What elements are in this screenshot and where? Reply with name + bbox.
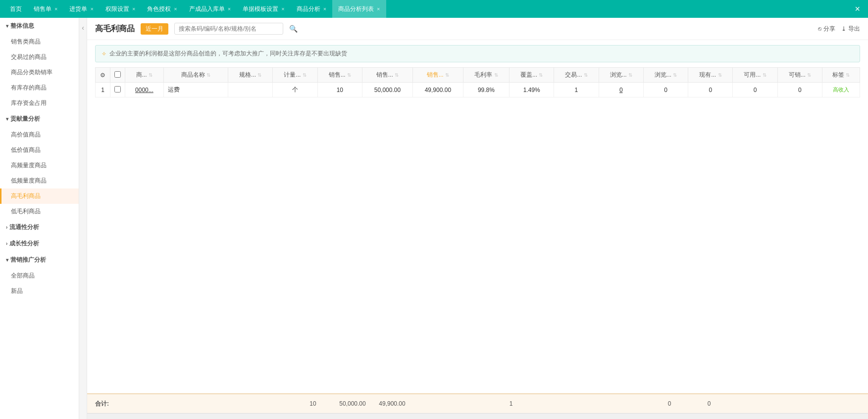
horizontal-scrollbar[interactable]: [87, 413, 868, 419]
cell-sales-qty: 10: [317, 83, 362, 97]
close-icon[interactable]: ×: [90, 6, 93, 12]
col-browse2[interactable]: 浏览... ⇅: [643, 68, 688, 83]
sidebar: ▾ 整体信息 销售类商品 交易过的商品 商品分类助销率 有库存的商品 库存资金占…: [0, 18, 79, 419]
col-trade[interactable]: 交易... ⇅: [554, 68, 599, 83]
col-browse1[interactable]: 浏览... ⇅: [599, 68, 643, 83]
nav-tab-home[interactable]: 首页: [4, 0, 28, 18]
cell-checkbox[interactable]: [110, 83, 125, 97]
sidebar-item-low-value[interactable]: 低价值商品: [0, 142, 79, 158]
col-spec[interactable]: 规格... ⇅: [228, 68, 273, 83]
cell-browse1[interactable]: 0: [599, 83, 643, 97]
footer-cell-empty5: [412, 400, 452, 407]
col-sales-qty[interactable]: 销售... ⇅: [317, 68, 362, 83]
content-area: 高毛利商品 近一月 🔍 ⎋ 分享 ⤓ 导出 ✧ 企业的主要的利润都是这部分商品创…: [87, 18, 868, 419]
col-checkbox[interactable]: [110, 68, 125, 83]
nav-tab-analysis-list[interactable]: 商品分析列表 ×: [332, 0, 386, 18]
close-icon[interactable]: ×: [54, 6, 57, 12]
nav-tab-sales[interactable]: 销售单 ×: [28, 0, 63, 18]
filter-period-button[interactable]: 近一月: [141, 23, 168, 35]
sidebar-group-contribution[interactable]: ▾ 贡献量分析: [0, 111, 79, 127]
sidebar-item-low-margin[interactable]: 低毛利商品: [0, 204, 79, 219]
cell-tag: 高收入: [822, 83, 860, 97]
col-gross-rate[interactable]: 毛利率 ⇅: [463, 68, 509, 83]
sidebar-item-all-goods[interactable]: 全部商品: [0, 268, 79, 283]
sidebar-item-low-freq[interactable]: 低频量度商品: [0, 173, 79, 188]
sort-icon: ⇅: [206, 72, 210, 78]
row-checkbox[interactable]: [114, 86, 121, 93]
export-button[interactable]: ⤓ 导出: [841, 25, 860, 33]
cell-browse2: 0: [643, 83, 688, 97]
col-saleable[interactable]: 可销... ⇅: [777, 68, 822, 83]
search-button[interactable]: 🔍: [289, 25, 298, 33]
cell-sales-amount: 50,000.00: [362, 83, 412, 97]
sidebar-item-high-value[interactable]: 高价值商品: [0, 127, 79, 142]
cell-spec: [228, 83, 273, 97]
col-sales-cost[interactable]: 销售... ⇅: [412, 68, 463, 83]
search-input[interactable]: [174, 23, 283, 35]
sidebar-item-high-freq[interactable]: 高频量度商品: [0, 158, 79, 173]
col-settings[interactable]: ⚙: [96, 68, 110, 83]
col-unit[interactable]: 计量... ⇅: [273, 68, 317, 83]
cell-code[interactable]: 0000...: [125, 83, 164, 97]
sidebar-group-circulation[interactable]: › 流通性分析: [0, 219, 79, 235]
nav-tab-role[interactable]: 角色授权 ×: [141, 0, 183, 18]
col-cover-rate[interactable]: 覆盖... ⇅: [510, 68, 554, 83]
export-icon: ⤓: [841, 25, 846, 32]
col-sales-amount[interactable]: 销售... ⇅: [362, 68, 412, 83]
sidebar-group-marketing[interactable]: ▾ 营销推广分析: [0, 252, 79, 268]
footer-cell-saleable: 0: [689, 400, 729, 407]
sidebar-group-growth[interactable]: › 成长性分析: [0, 235, 79, 252]
chevron-down-icon: ▾: [6, 116, 8, 122]
footer-cell-empty1: [135, 400, 174, 407]
data-table: ⚙ 商... ⇅ 商品名称 ⇅ 规格... ⇅ 计量... ⇅ 销售... ⇅ …: [95, 67, 860, 97]
select-all-checkbox[interactable]: [114, 71, 121, 78]
close-icon[interactable]: ×: [228, 6, 231, 12]
nav-tab-analysis[interactable]: 商品分析 ×: [291, 0, 332, 18]
sort-icon: ⇅: [395, 72, 399, 78]
main-container: ▾ 整体信息 销售类商品 交易过的商品 商品分类助销率 有库存的商品 库存资金占…: [0, 18, 868, 419]
sidebar-item-sales-goods[interactable]: 销售类商品: [0, 34, 79, 49]
sort-icon: ⇅: [347, 72, 351, 78]
info-icon: ✧: [102, 50, 106, 57]
cell-cover-rate: 1.49%: [510, 83, 554, 97]
footer-total-row: 合计: 10 50,000.00 49,900.00 1 0 0: [87, 393, 868, 413]
close-icon[interactable]: ×: [377, 6, 380, 12]
sidebar-toggle-button[interactable]: ‹: [79, 18, 87, 419]
chevron-down-icon: ▾: [6, 257, 8, 263]
sidebar-item-category-rate[interactable]: 商品分类助销率: [0, 65, 79, 80]
col-code[interactable]: 商... ⇅: [125, 68, 164, 83]
sidebar-item-traded-goods[interactable]: 交易过的商品: [0, 49, 79, 65]
sidebar-item-high-margin[interactable]: 高毛利商品: [0, 188, 79, 204]
close-all-tabs-button[interactable]: ×: [851, 4, 864, 14]
close-icon[interactable]: ×: [323, 6, 326, 12]
content-header: 高毛利商品 近一月 🔍 ⎋ 分享 ⤓ 导出: [87, 18, 868, 40]
close-icon[interactable]: ×: [281, 6, 284, 12]
col-available[interactable]: 可用... ⇅: [733, 68, 777, 83]
sort-icon: ⇅: [807, 72, 811, 78]
sort-icon: ⇅: [763, 72, 766, 78]
sidebar-item-capital[interactable]: 库存资金占用: [0, 95, 79, 111]
nav-tab-inventory[interactable]: 产成品入库单 ×: [183, 0, 237, 18]
sidebar-item-in-stock[interactable]: 有库存的商品: [0, 80, 79, 95]
info-banner: ✧ 企业的主要的利润都是这部分商品创造的，可考虑加大推广，同时关注库存是不要出现…: [95, 45, 860, 62]
col-name[interactable]: 商品名称 ⇅: [163, 68, 228, 83]
close-icon[interactable]: ×: [174, 6, 177, 12]
share-button[interactable]: ⎋ 分享: [818, 25, 835, 33]
nav-tab-template[interactable]: 单据模板设置 ×: [237, 0, 290, 18]
share-icon: ⎋: [818, 25, 821, 32]
cell-name[interactable]: 运费: [163, 83, 228, 97]
nav-tab-permission[interactable]: 权限设置 ×: [100, 0, 141, 18]
col-tag[interactable]: 标签 ⇅: [822, 68, 860, 83]
top-navigation: 首页 销售单 × 进货单 × 权限设置 × 角色授权 × 产成品入库单 × 单据…: [0, 0, 868, 18]
table-header-row: ⚙ 商... ⇅ 商品名称 ⇅ 规格... ⇅ 计量... ⇅ 销售... ⇅ …: [96, 68, 860, 83]
sidebar-group-overview[interactable]: ▾ 整体信息: [0, 18, 79, 34]
footer-cell-available: 0: [650, 400, 689, 407]
col-current[interactable]: 现有... ⇅: [688, 68, 733, 83]
cell-available: 0: [733, 83, 777, 97]
sort-icon: ⇅: [494, 72, 498, 78]
cell-saleable: 0: [777, 83, 822, 97]
sort-icon: ⇅: [673, 72, 677, 78]
nav-tab-purchase[interactable]: 进货单 ×: [63, 0, 99, 18]
close-icon[interactable]: ×: [132, 6, 135, 12]
sidebar-item-new-goods[interactable]: 新品: [0, 283, 79, 299]
